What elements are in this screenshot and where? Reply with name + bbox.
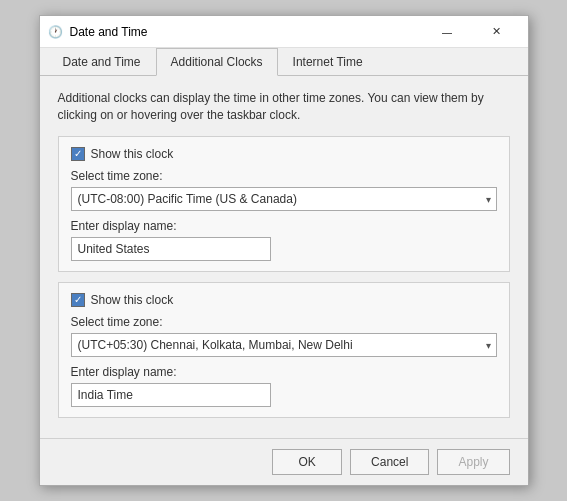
clock-1-display-label: Enter display name: bbox=[71, 219, 497, 233]
clock-2-timezone-label: Select time zone: bbox=[71, 315, 497, 329]
tab-internet-time[interactable]: Internet Time bbox=[278, 48, 378, 76]
title-bar-controls: ✕ bbox=[424, 22, 520, 42]
dialog-content: Additional clocks can display the time i… bbox=[40, 76, 528, 438]
tab-additional-clocks[interactable]: Additional Clocks bbox=[156, 48, 278, 76]
clock-1-show-label: Show this clock bbox=[91, 147, 174, 161]
dialog-title: Date and Time bbox=[70, 25, 148, 39]
tab-bar: Date and Time Additional Clocks Internet… bbox=[40, 48, 528, 76]
clock-2-display-label: Enter display name: bbox=[71, 365, 497, 379]
clock-1-timezone-wrapper: (UTC-12:00) International Date Line West… bbox=[71, 187, 497, 211]
clock-1-timezone-select[interactable]: (UTC-12:00) International Date Line West… bbox=[71, 187, 497, 211]
close-button[interactable]: ✕ bbox=[474, 22, 520, 42]
clock-2-display-input[interactable] bbox=[71, 383, 271, 407]
dialog-footer: OK Cancel Apply bbox=[40, 438, 528, 485]
clock-2-checkbox-row: ✓ Show this clock bbox=[71, 293, 497, 307]
date-time-dialog: 🕐 Date and Time ✕ Date and Time Addition… bbox=[39, 15, 529, 486]
clock-2-checkbox[interactable]: ✓ bbox=[71, 293, 85, 307]
clock-1-checkbox-row: ✓ Show this clock bbox=[71, 147, 497, 161]
clock-1-section: ✓ Show this clock Select time zone: (UTC… bbox=[58, 136, 510, 272]
ok-button[interactable]: OK bbox=[272, 449, 342, 475]
clock-1-checkbox[interactable]: ✓ bbox=[71, 147, 85, 161]
clock-2-section: ✓ Show this clock Select time zone: (UTC… bbox=[58, 282, 510, 418]
clock-2-show-label: Show this clock bbox=[91, 293, 174, 307]
clock-icon: 🕐 bbox=[48, 24, 64, 40]
check-icon-2: ✓ bbox=[74, 295, 82, 305]
title-bar-left: 🕐 Date and Time bbox=[48, 24, 148, 40]
apply-button[interactable]: Apply bbox=[437, 449, 509, 475]
check-icon: ✓ bbox=[74, 149, 82, 159]
clock-2-timezone-wrapper: (UTC-12:00) International Date Line West… bbox=[71, 333, 497, 357]
clock-1-timezone-label: Select time zone: bbox=[71, 169, 497, 183]
tab-date-and-time[interactable]: Date and Time bbox=[48, 48, 156, 76]
cancel-button[interactable]: Cancel bbox=[350, 449, 429, 475]
clock-1-display-input[interactable] bbox=[71, 237, 271, 261]
description-text: Additional clocks can display the time i… bbox=[58, 90, 510, 124]
title-bar: 🕐 Date and Time ✕ bbox=[40, 16, 528, 48]
clock-2-timezone-select[interactable]: (UTC-12:00) International Date Line West… bbox=[71, 333, 497, 357]
minimize-icon bbox=[442, 33, 452, 34]
minimize-button[interactable] bbox=[424, 22, 470, 42]
